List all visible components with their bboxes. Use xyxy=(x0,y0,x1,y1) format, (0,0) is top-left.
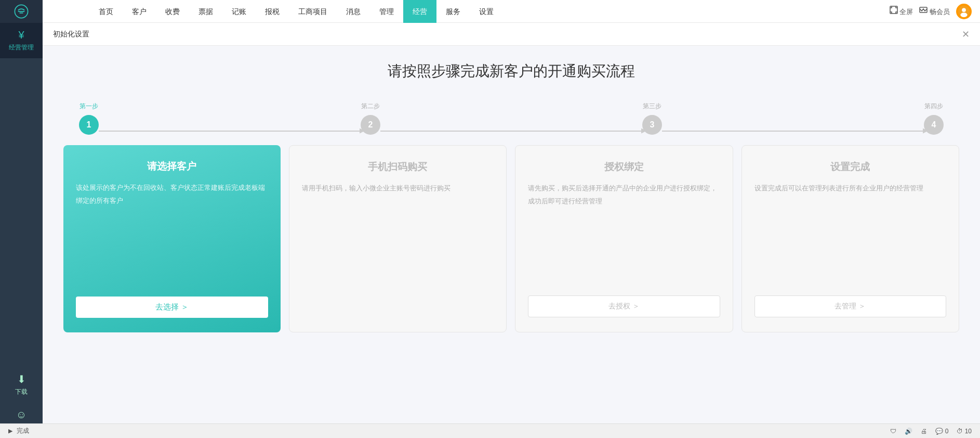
sidebar-item-download[interactable]: ⬇ 下载 xyxy=(0,367,43,403)
app-logo-icon xyxy=(14,4,29,19)
nav-client[interactable]: 客户 xyxy=(123,0,156,23)
shield-icon: 🛡 xyxy=(890,428,896,435)
card-3-title: 授权绑定 xyxy=(528,155,720,182)
card-4-desc-area: 设置完成后可以在管理列表进行所有企业用户的经营管理 xyxy=(742,182,959,285)
topbar-right: 全屏 畅会员 xyxy=(890,4,980,19)
go-manage-button[interactable]: 去管理 ＞ xyxy=(754,295,947,317)
nav-operation[interactable]: 经营 xyxy=(403,0,436,23)
card-3-desc-area: 请先购买，购买后选择开通的产品中的企业用户进行授权绑定，成功后即可进行经营管理 xyxy=(515,182,733,285)
support-icon: ☺ xyxy=(16,409,27,421)
user-avatar[interactable] xyxy=(956,4,972,19)
sidebar: ¥ 经营管理 ⬇ 下载 ☺ 客服 xyxy=(0,0,43,438)
step-4-label: 第四步 xyxy=(924,102,943,111)
nav-service[interactable]: 服务 xyxy=(436,0,470,23)
volume-icon: 🔊 xyxy=(905,428,912,435)
card-2-desc: 请用手机扫码，输入小微企业主账号密码进行购买 xyxy=(302,182,494,195)
connector-3-4: ▶ xyxy=(662,131,924,132)
card-4-title: 设置完成 xyxy=(754,155,947,182)
nav-home[interactable]: 首页 xyxy=(89,0,123,23)
card-2-title: 手机扫码购买 xyxy=(302,155,494,182)
nav-tax[interactable]: 报税 xyxy=(256,0,289,23)
card-scan-qr: 手机扫码购买 请用手机扫码，输入小微企业主账号密码进行购买 xyxy=(289,145,507,332)
svg-rect-1 xyxy=(890,6,897,14)
cards-row: 请选择客户 该处展示的客户为不在回收站、客户状态正常建账后完成老板端绑定的所有客… xyxy=(63,145,959,332)
connector-1-2: ▶ xyxy=(99,131,361,132)
steps-indicator: 第一步 1 ▶ 第二步 2 ▶ 第三步 3 ▶ xyxy=(63,102,959,135)
card-1-header: 请选择客户 xyxy=(63,145,281,182)
card-setup-complete: 设置完成 设置完成后可以在管理列表进行所有企业用户的经营管理 去管理 ＞ xyxy=(741,145,960,332)
step-2-label: 第二步 xyxy=(361,102,380,111)
go-select-button[interactable]: 去选择 ＞ xyxy=(76,297,268,318)
card-1-title: 请选择客户 xyxy=(76,154,268,182)
step-1-circle: 1 xyxy=(79,115,99,135)
main-content: 请按照步骤完成新客户的开通购买流程 第一步 1 ▶ 第二步 2 ▶ xyxy=(43,46,980,438)
nav-messages[interactable]: 消息 xyxy=(337,0,370,23)
svg-point-4 xyxy=(962,8,966,12)
nav-menu: 首页 客户 收费 票据 记账 报税 工商项目 消息 管理 经营 服务 设置 xyxy=(89,0,890,23)
nav-bookkeeping[interactable]: 记账 xyxy=(222,0,256,23)
nav-business[interactable]: 工商项目 xyxy=(289,0,337,23)
avatar-icon xyxy=(958,6,970,17)
go-auth-button[interactable]: 去授权 ＞ xyxy=(528,295,720,317)
card-3-desc: 请先购买，购买后选择开通的产品中的企业用户进行授权绑定，成功后即可进行经营管理 xyxy=(528,182,720,208)
connector-2-3: ▶ xyxy=(380,131,642,132)
sidebar-item-label-download: 下载 xyxy=(15,388,28,396)
sidebar-logo xyxy=(0,0,43,23)
sidebar-item-label: 经营管理 xyxy=(9,43,34,52)
yuan-icon: ¥ xyxy=(18,29,24,41)
topbar: 首页 客户 收费 票据 记账 报税 工商项目 消息 管理 经营 服务 设置 全屏… xyxy=(43,0,980,23)
step-1-label: 第一步 xyxy=(80,102,98,111)
card-2-header: 手机扫码购买 xyxy=(289,146,507,182)
card-2-desc-area: 请用手机扫码，输入小微企业主账号密码进行购买 xyxy=(289,182,507,307)
card-1-btn-area: 去选择 ＞ xyxy=(63,286,281,332)
step-1-col: 第一步 1 xyxy=(79,102,99,135)
status-text: 完成 xyxy=(17,427,29,435)
step-3-label: 第三步 xyxy=(643,102,661,111)
svg-point-5 xyxy=(960,12,967,17)
card-3-header: 授权绑定 xyxy=(515,146,733,182)
card-select-client: 请选择客户 该处展示的客户为不在回收站、客户状态正常建账后完成老板端绑定的所有客… xyxy=(63,145,281,332)
nav-settings[interactable]: 设置 xyxy=(470,0,503,23)
timer-icon: ⏱ 10 xyxy=(957,428,972,435)
card-2-btn-area xyxy=(289,307,507,332)
vip-btn[interactable]: 畅会员 xyxy=(919,6,950,17)
print-icon: 🖨 xyxy=(921,428,927,435)
panel-title: 初始化设置 xyxy=(53,30,89,39)
statusbar: ▶ 完成 🛡 🔊 🖨 💬 0 ⏱ 10 xyxy=(0,423,980,438)
nav-manage[interactable]: 管理 xyxy=(370,0,403,23)
card-auth-bind: 授权绑定 请先购买，购买后选择开通的产品中的企业用户进行授权绑定，成功后即可进行… xyxy=(515,145,733,332)
panel-header: 初始化设置 ✕ xyxy=(43,23,980,46)
panel-close-button[interactable]: ✕ xyxy=(962,29,970,40)
card-1-desc: 该处展示的客户为不在回收站、客户状态正常建账后完成老板端绑定的所有客户 xyxy=(76,182,268,207)
message-count: 💬 0 xyxy=(935,428,948,435)
card-4-btn-area: 去管理 ＞ xyxy=(742,285,959,332)
page-main-title: 请按照步骤完成新客户的开通购买流程 xyxy=(63,61,959,81)
sidebar-item-management[interactable]: ¥ 经营管理 xyxy=(0,23,43,58)
download-icon: ⬇ xyxy=(17,373,26,385)
statusbar-right: 🛡 🔊 🖨 💬 0 ⏱ 10 xyxy=(890,428,972,435)
card-1-desc-area: 该处展示的客户为不在回收站、客户状态正常建账后完成老板端绑定的所有客户 xyxy=(63,182,281,286)
nav-bills[interactable]: 票据 xyxy=(189,0,222,23)
nav-fees[interactable]: 收费 xyxy=(156,0,189,23)
card-4-header: 设置完成 xyxy=(742,146,959,182)
play-icon: ▶ xyxy=(8,428,12,434)
card-3-btn-area: 去授权 ＞ xyxy=(515,285,733,332)
card-4-desc: 设置完成后可以在管理列表进行所有企业用户的经营管理 xyxy=(754,182,947,195)
fullscreen-btn[interactable]: 全屏 xyxy=(890,6,913,17)
